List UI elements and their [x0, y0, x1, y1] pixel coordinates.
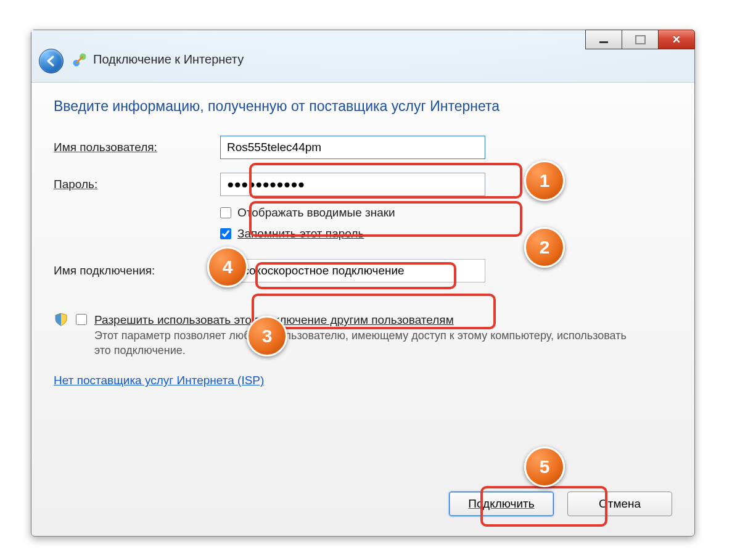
remember-password-row: Запомнить этот пароль: [220, 227, 672, 241]
minimize-button[interactable]: [585, 30, 622, 49]
allow-others-label: Разрешить использовать это подключение д…: [94, 312, 637, 328]
window-control-buttons: ×: [586, 30, 695, 49]
username-row: Имя пользователя:: [54, 136, 672, 159]
show-characters-row: Отображать вводимые знаки: [220, 206, 672, 220]
shield-icon: [54, 312, 68, 327]
connect-button[interactable]: Подключить: [449, 492, 554, 516]
no-isp-link[interactable]: Нет поставщика услуг Интернета (ISP): [54, 374, 264, 387]
password-input[interactable]: [220, 173, 485, 196]
network-icon: [71, 51, 88, 68]
arrow-left-icon: [44, 54, 58, 68]
maximize-button[interactable]: [622, 30, 659, 49]
close-button[interactable]: ×: [658, 30, 695, 49]
window-title: Подключение к Интернету: [93, 52, 244, 67]
page-heading: Введите информацию, полученную от постав…: [54, 98, 672, 115]
show-characters-label: Отображать вводимые знаки: [237, 206, 395, 220]
close-icon: ×: [673, 33, 681, 46]
footer-buttons: Подключить Отмена: [449, 492, 672, 516]
password-label: Пароль:: [54, 178, 220, 191]
remember-password-checkbox[interactable]: [220, 228, 231, 239]
show-characters-checkbox[interactable]: [220, 207, 231, 218]
password-options: Отображать вводимые знаки Запомнить этот…: [220, 206, 672, 241]
connect-button-label: Подключить: [468, 497, 534, 510]
back-button[interactable]: [39, 49, 64, 73]
remember-password-label: Запомнить этот пароль: [237, 227, 364, 241]
connection-name-label: Имя подключения:: [54, 264, 220, 278]
cancel-button[interactable]: Отмена: [567, 492, 672, 516]
allow-others-checkbox[interactable]: [76, 314, 87, 325]
password-row: Пароль:: [54, 173, 672, 196]
wizard-window: Подключение к Интернету × Введите информ…: [31, 30, 695, 537]
title-bar: Подключение к Интернету ×: [31, 30, 694, 83]
username-label: Имя пользователя:: [54, 141, 220, 154]
username-input[interactable]: [220, 136, 485, 159]
wizard-body: Введите информацию, полученную от постав…: [54, 98, 672, 476]
allow-others-description: Этот параметр позволяет любому пользоват…: [94, 328, 637, 358]
connection-name-row: Имя подключения:: [54, 259, 672, 282]
connection-name-input[interactable]: [220, 259, 485, 282]
maximize-icon: [635, 35, 646, 44]
allow-others-section: Разрешить использовать это подключение д…: [54, 312, 672, 358]
minimize-icon: [599, 41, 608, 43]
